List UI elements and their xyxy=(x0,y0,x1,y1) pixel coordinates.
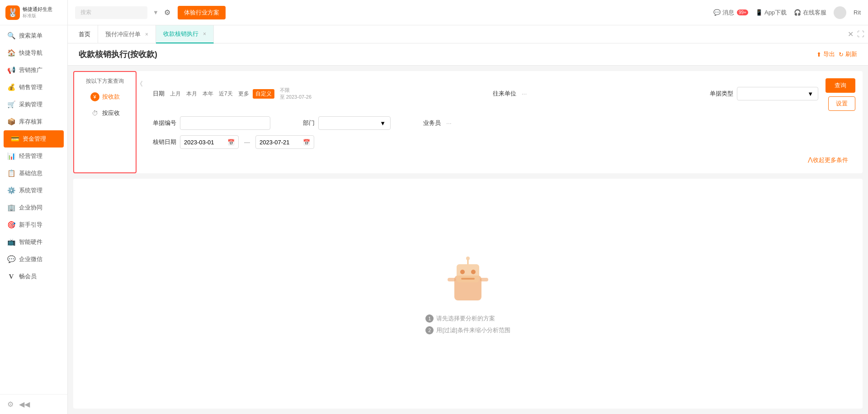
message-label: 消息 xyxy=(722,9,734,17)
tab-receivable-close-icon[interactable]: × xyxy=(203,31,206,37)
settings-icon[interactable]: ⚙ xyxy=(7,400,14,409)
sidebar-item-basic[interactable]: 📋 基础信息 xyxy=(0,165,67,182)
dropdown-icon[interactable]: ▼ xyxy=(153,9,159,16)
collapse-sidebar-icon[interactable]: ◀◀ xyxy=(19,400,30,409)
date-shortcuts-group: 上月 本月 本年 近7天 更多 自定义 xyxy=(168,89,274,99)
sidebar-item-label: 资金管理 xyxy=(23,135,46,143)
writeoff-end-value: 2023-07-21 xyxy=(259,139,290,146)
online-service-action[interactable]: 🎧 在线客服 xyxy=(794,9,826,17)
sidebar-item-inventory[interactable]: 📦 库存核算 xyxy=(0,113,67,130)
sidebar-item-label: 快捷导航 xyxy=(19,49,42,57)
sidebar-item-finance[interactable]: 💳 资金管理 xyxy=(4,130,64,148)
bill-no-input[interactable] xyxy=(180,116,270,130)
user-avatar xyxy=(834,6,846,19)
filter-collapse-button[interactable]: 《 xyxy=(137,71,146,173)
date-field: 日期 上月 本月 本年 近7天 更多 自定义 不限 至 2023-07-26 xyxy=(153,87,311,100)
close-tab-icon[interactable]: ✕ xyxy=(848,30,854,38)
enterprise-icon: 🏢 xyxy=(7,204,15,212)
partner-dots: ··· xyxy=(522,90,527,97)
date-label: 日期 xyxy=(153,90,165,98)
header-search-box[interactable]: 搜索 xyxy=(75,6,147,19)
guide-icon: 🎯 xyxy=(7,221,15,229)
writeoff-end-input[interactable]: 2023-07-21 📅 xyxy=(255,135,314,149)
step-2-text: 用[过滤]条件来缩小分析范围 xyxy=(436,326,510,334)
export-icon: ⬆ xyxy=(816,51,821,58)
tab-receivable[interactable]: 收款核销执行 × xyxy=(156,25,214,43)
refresh-icon: ↻ xyxy=(839,51,844,58)
setting-button[interactable]: 设置 xyxy=(828,96,855,111)
dept-label: 部门 xyxy=(303,119,315,127)
step-1-num: 1 xyxy=(425,314,434,323)
bill-type-select[interactable]: ▼ xyxy=(737,87,818,100)
filter-main: 日期 上月 本月 本年 近7天 更多 自定义 不限 至 2023-07-26 xyxy=(146,71,863,173)
this-month-shortcut[interactable]: 本月 xyxy=(184,89,199,99)
bill-type-label: 单据类型 xyxy=(710,90,733,98)
sidebar-item-label: 企业协同 xyxy=(19,204,42,212)
industry-solution-button[interactable]: 体验行业方案 xyxy=(178,6,226,19)
sidebar-item-label: 经营管理 xyxy=(19,152,42,160)
collapse-more-btn[interactable]: ⋀ 收起更多条件 xyxy=(153,154,855,168)
export-button[interactable]: ⬆ 导出 xyxy=(816,50,835,58)
sidebar-item-label: 搜索菜单 xyxy=(19,32,42,40)
filter-option-by-receivable[interactable]: ⏱ 按应收 xyxy=(74,105,136,121)
filter-area: 按以下方案查询 ¥ 按收款 ⏱ 按应收 《 xyxy=(73,71,863,173)
svg-rect-8 xyxy=(480,278,488,281)
empty-steps: 1 请先选择要分析的方案 2 用[过滤]条件来缩小分析范围 xyxy=(425,314,510,334)
filter-option-by-receipt[interactable]: ¥ 按收款 xyxy=(74,89,136,105)
user-name: Rit xyxy=(854,9,861,16)
marketing-icon: 📢 xyxy=(7,66,15,74)
writeoff-date-field: 核销日期 2023-03-01 📅 — 2023-07-21 📅 xyxy=(153,135,314,149)
last-7days-shortcut[interactable]: 近7天 xyxy=(217,89,235,99)
expand-tab-icon[interactable]: ⛶ xyxy=(857,30,864,38)
app-logo: 🐰 畅捷通好生意 标准版 xyxy=(0,0,67,25)
tab-prepay-close-icon[interactable]: × xyxy=(145,31,148,38)
collapse-icon: 《 xyxy=(137,80,143,88)
sidebar-item-search[interactable]: 🔍 搜索菜单 xyxy=(0,27,67,44)
empty-step-1: 1 请先选择要分析的方案 xyxy=(425,314,495,323)
sidebar-item-wechat[interactable]: 💬 企业微信 xyxy=(0,251,67,268)
purchase-icon: 🛒 xyxy=(7,100,15,109)
sidebar-item-guide[interactable]: 🎯 新手引导 xyxy=(0,216,67,233)
sidebar-item-system[interactable]: ⚙️ 系统管理 xyxy=(0,182,67,199)
sidebar-item-shortcuts[interactable]: 🏠 快捷导航 xyxy=(0,44,67,62)
tab-prepay[interactable]: 预付冲应付单 × xyxy=(98,25,156,43)
inventory-icon: 📦 xyxy=(7,118,15,126)
app-download-action[interactable]: 📱 App下载 xyxy=(755,9,787,17)
bill-no-label: 单据编号 xyxy=(153,119,176,127)
filter-row-2: 单据编号 部门 ▼ 业务员 xyxy=(153,116,855,130)
top-header: 搜索 ▼ ⚙ 体验行业方案 💬 消息 99+ 📱 App下载 🎧 在线客服 Ri… xyxy=(68,0,868,25)
writeoff-start-input[interactable]: 2023-03-01 📅 xyxy=(180,135,239,149)
chevron-down-icon: ▼ xyxy=(807,90,813,97)
sidebar-item-label: 基础信息 xyxy=(19,169,42,177)
date-not-limit: 不限 至 2023-07-26 xyxy=(280,87,311,100)
query-button[interactable]: 查询 xyxy=(826,78,855,93)
sidebar-item-purchase[interactable]: 🛒 采购管理 xyxy=(0,96,67,113)
sidebar-item-hardware[interactable]: 📺 智能硬件 xyxy=(0,233,67,251)
more-shortcut[interactable]: 更多 xyxy=(236,89,251,99)
basic-icon: 📋 xyxy=(7,169,15,177)
svg-point-2 xyxy=(460,270,465,274)
sidebar-nav: 🔍 搜索菜单 🏠 快捷导航 📢 营销推广 💰 销售管理 🛒 采购管理 📦 库存核… xyxy=(0,25,67,394)
tab-home[interactable]: 首页 xyxy=(71,25,98,43)
sidebar-item-member[interactable]: V 畅会员 xyxy=(0,268,67,285)
message-action[interactable]: 💬 消息 99+ xyxy=(713,9,748,17)
sidebar-item-enterprise[interactable]: 🏢 企业协同 xyxy=(0,199,67,216)
partner-field: 往来单位 ··· xyxy=(493,90,529,98)
dept-select[interactable]: ▼ xyxy=(318,116,391,130)
sidebar-item-operation[interactable]: 📊 经营管理 xyxy=(0,148,67,165)
sidebar-item-marketing[interactable]: 📢 营销推广 xyxy=(0,62,67,79)
app-download-label: App下载 xyxy=(764,9,787,17)
refresh-button[interactable]: ↻ 刷新 xyxy=(839,50,857,58)
custom-shortcut[interactable]: 自定义 xyxy=(253,89,274,99)
bill-no-field: 单据编号 xyxy=(153,116,270,130)
this-year-shortcut[interactable]: 本年 xyxy=(201,89,215,99)
sidebar-item-label: 销售管理 xyxy=(19,83,42,91)
hardware-icon: 📺 xyxy=(7,238,15,246)
sidebar-item-label: 库存核算 xyxy=(19,118,42,126)
settings-gear-icon[interactable]: ⚙ xyxy=(164,8,170,17)
sidebar-bottom: ⚙ ◀◀ xyxy=(0,394,67,414)
writeoff-start-value: 2023-03-01 xyxy=(184,139,214,146)
sidebar-item-sales[interactable]: 💰 销售管理 xyxy=(0,79,67,96)
logo-icon: 🐰 xyxy=(5,5,20,20)
last-month-shortcut[interactable]: 上月 xyxy=(168,89,183,99)
